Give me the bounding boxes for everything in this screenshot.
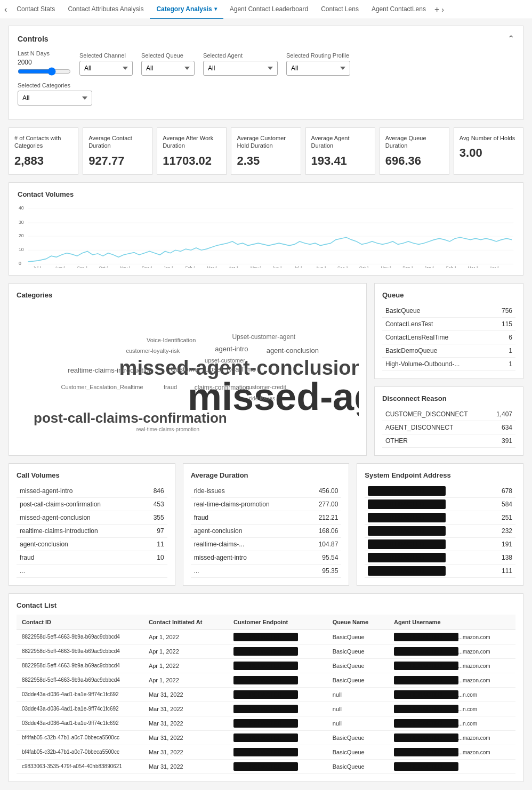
tab-agent-leaderboard[interactable]: Agent Contact Leaderboard (223, 0, 315, 19)
word-cloud-item[interactable]: fraud (164, 384, 177, 390)
svg-text:Sep 1..: Sep 1.. (337, 266, 351, 268)
queue-name: ContactLensRealTime (382, 330, 492, 344)
word-cloud-item[interactable]: post-call-claims-confirmation (34, 411, 227, 425)
call-volumes-title: Call Volumes (17, 471, 167, 479)
tab-contact-stats[interactable]: Contact Stats (10, 0, 61, 19)
contact-endpoint: REDACTED (228, 687, 327, 702)
contact-table: Contact ID Contact Initiated At Customer… (17, 615, 515, 774)
avg-duration-value: 212.21 (305, 511, 341, 524)
selected-routing-profile-group: Selected Routing Profile All (286, 52, 350, 76)
call-volume-count: 355 (142, 511, 167, 524)
contact-id: bf4fab05-c32b-47b1-a0c7-0bbeca5500cc (17, 730, 143, 745)
disconnect-table: CUSTOMER_DISCONNECT1,407AGENT_DISCONNECT… (382, 408, 515, 448)
contact-queue: BasicQueue (327, 730, 389, 745)
call-volume-count: 846 (142, 485, 167, 498)
selected-categories-select[interactable]: All (18, 91, 92, 106)
word-cloud-item[interactable]: agent-intro (215, 345, 248, 352)
svg-text:20: 20 (19, 232, 24, 238)
word-cloud-item[interactable]: claims-confirmation (195, 384, 249, 391)
metric-avg-after-work-label: Average After Work Duration (163, 134, 221, 150)
contact-agent: REDACTED...n.com (389, 687, 515, 702)
call-volume-row: missed-agent-intro846 (17, 485, 167, 498)
endpoint-row: REDACTED251 (365, 511, 515, 524)
contact-initiated: Mar 31, 2022 (143, 745, 228, 759)
call-volume-row: post-call-claims-confirmation453 (17, 497, 167, 511)
disconnect-reason-panel: Disconnect Reason CUSTOMER_DISCONNECT1,4… (374, 386, 523, 456)
queue-count: 1 (492, 344, 515, 357)
call-volume-row: realtime-claims-introduction97 (17, 524, 167, 537)
last-n-days-label: Last N Days (18, 50, 71, 57)
tabs-bar: ‹ Contact Stats Contact Attributes Analy… (0, 0, 532, 19)
word-cloud-item[interactable]: upset-customer (205, 358, 245, 364)
metric-avg-after-work-value: 11703.02 (163, 154, 221, 168)
svg-text:Mar 1..: Mar 1.. (468, 266, 481, 268)
bottom-three-col: Call Volumes missed-agent-intro846post-c… (9, 463, 523, 586)
metric-avg-agent-label: Average Agent Duration (311, 134, 369, 150)
queue-name: BasicDemoQueue (382, 344, 492, 357)
tab-more-icon[interactable]: › (441, 5, 444, 14)
word-cloud-item[interactable]: customer-loyalty-risk (126, 348, 180, 354)
endpoint-count: 138 (490, 551, 515, 564)
svg-text:Aug 1..: Aug 1.. (55, 266, 68, 268)
last-n-days-slider[interactable] (18, 67, 71, 76)
metric-avg-contact-duration: Average Contact Duration 927.77 (83, 127, 152, 175)
col-contact-id: Contact ID (17, 615, 143, 630)
metric-avg-holds-value: 3.00 (460, 146, 518, 160)
call-volume-category: fraud (17, 551, 142, 564)
contact-queue: BasicQueue (327, 673, 389, 687)
avg-duration-row: ride-issues456.00 (191, 485, 342, 498)
metric-avg-contact-value: 927.77 (88, 154, 147, 168)
tab-contact-lens[interactable]: Contact Lens (315, 0, 365, 19)
contact-initiated: Mar 31, 2022 (143, 687, 228, 702)
tab-contact-attributes[interactable]: Contact Attributes Analysis (61, 0, 150, 19)
selected-agent-select[interactable]: All (203, 61, 278, 76)
word-cloud-item[interactable]: Customer_Escalation_Realtime (61, 384, 143, 390)
endpoint-row: REDACTED191 (365, 537, 515, 551)
word-cloud-item[interactable]: real-time-claims-promotion (136, 427, 199, 432)
call-volume-count (142, 564, 167, 577)
svg-text:Apr 1..: Apr 1.. (489, 266, 502, 268)
selected-queue-select[interactable]: All (141, 61, 195, 76)
svg-text:Oct 1..: Oct 1.. (359, 266, 372, 268)
tab-prev-arrow[interactable]: ‹ (4, 5, 7, 14)
controls-title: Controls (18, 35, 49, 43)
queue-count: 6 (492, 330, 515, 344)
controls-collapse-button[interactable]: ⌃ (507, 34, 514, 44)
word-cloud-item[interactable]: agent-conclusion (267, 347, 319, 354)
call-volume-count: 11 (142, 537, 167, 551)
metric-avg-queue-value: 696.36 (385, 154, 444, 168)
tab-agent-contactlens[interactable]: Agent ContactLens (365, 0, 432, 19)
word-cloud-item[interactable]: Voice-Identification (147, 337, 196, 343)
contact-initiated: Mar 31, 2022 (143, 716, 228, 730)
queue-count: 1 (492, 357, 515, 370)
queue-row: High-Volume-Outbound-...1 (382, 357, 515, 370)
call-volume-category: missed-agent-conclusion (17, 511, 142, 524)
tab-category-analysis[interactable]: Category Analysis ▾ (150, 0, 223, 19)
selected-agent-label: Selected Agent (203, 52, 278, 59)
svg-text:Jan 1..: Jan 1.. (424, 266, 437, 268)
contact-queue: BasicQueue (327, 759, 389, 773)
word-cloud-item[interactable]: ride-issues (249, 396, 275, 401)
word-cloud-item[interactable]: customer-credit (246, 384, 286, 390)
categories-title: Categories (17, 291, 359, 299)
contact-agent: REDACTED...mazon.com (389, 745, 515, 759)
contact-endpoint: REDACTED (228, 673, 327, 687)
metric-avg-contact-label: Average Contact Duration (88, 134, 147, 150)
svg-text:Nov 1..: Nov 1.. (381, 266, 394, 268)
word-cloud-item[interactable]: realtime-claims-introduction (68, 367, 152, 374)
contact-list-title: Contact List (17, 601, 515, 609)
selected-channel-select[interactable]: All (79, 61, 133, 76)
disconnect-reason: OTHER (382, 434, 489, 447)
col-agent: Agent Username (389, 615, 515, 630)
contact-row: 03dde43a-d036-4ad1-ba1e-9ff74c1fc692 Mar… (17, 702, 515, 716)
add-tab-button[interactable]: + (434, 5, 439, 14)
controls-panel: Controls ⌃ Last N Days 2000 Selected Cha… (9, 26, 523, 120)
endpoint-address: REDACTED (365, 524, 490, 537)
call-volume-category: post-call-claims-confirmation (17, 497, 142, 511)
selected-routing-profile-select[interactable]: All (286, 61, 350, 76)
word-cloud-item[interactable]: Customer_Upset_RealTime (171, 366, 256, 373)
queue-count: 115 (492, 317, 515, 330)
word-cloud-item[interactable]: Upset-customer-agent (232, 334, 295, 340)
call-volume-category: ... (17, 564, 142, 577)
contact-initiated: Mar 31, 2022 (143, 730, 228, 745)
